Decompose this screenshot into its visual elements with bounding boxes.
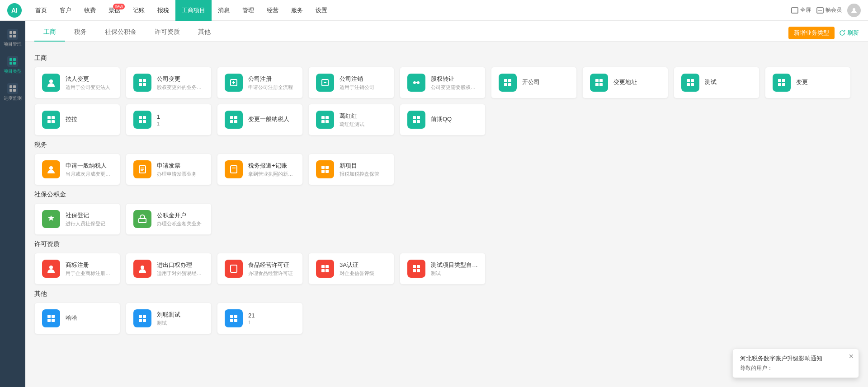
tab-gongshang[interactable]: 工商	[34, 23, 65, 42]
card-kaigongsi[interactable]: 开公司	[491, 67, 577, 98]
card-icon-xk3	[225, 260, 243, 278]
member-btn[interactable]: 畅会员	[816, 6, 842, 14]
card-gszhuxiao[interactable]: 公司注销 适用于注销公司	[308, 67, 394, 98]
shebao-cards: 社保登记 进行人员社保登记 公积金开户 办理公积金相关业务	[34, 203, 859, 235]
nav-bookkeeping[interactable]: 记账	[127, 0, 151, 21]
notification-close-button[interactable]: ✕	[849, 353, 854, 360]
nav-tax[interactable]: 报税	[151, 0, 175, 21]
refresh-button[interactable]: 刷新	[839, 29, 859, 37]
card-icon-1	[133, 111, 151, 129]
svg-point-27	[417, 81, 420, 84]
card-icon-biangeng3	[225, 111, 243, 129]
svg-rect-45	[47, 116, 51, 119]
card-gehonghong[interactable]: 葛红红 葛红红测试	[308, 104, 394, 135]
card-gszhuce[interactable]: 公司注册 申请公司注册全流程	[217, 67, 303, 98]
card-jinchukouquan[interactable]: 进出口权办理 适用于对外贸易经营者	[126, 253, 212, 284]
card-xinxiangmu[interactable]: 新项目 报税加税控盘保管	[308, 154, 394, 185]
svg-rect-80	[321, 265, 325, 268]
avatar-icon	[850, 7, 858, 14]
new-type-button[interactable]: 新增业务类型	[788, 27, 835, 39]
nav-operation[interactable]: 经营	[260, 0, 285, 21]
card-shenqingfapiao[interactable]: 申请发票 办理申请发票业务	[126, 154, 212, 185]
card-21[interactable]: 21 1	[217, 303, 303, 334]
sidebar-item-project-type[interactable]: 项目类型	[0, 51, 25, 79]
svg-rect-5	[13, 31, 16, 34]
tab-other[interactable]: 其他	[189, 23, 220, 42]
qita-cards: 哈哈 刘聪测试 测试 21 1	[34, 303, 859, 334]
svg-rect-79	[231, 265, 237, 272]
card-title: 公积金开户	[157, 211, 204, 219]
new-badge: new	[113, 4, 125, 9]
svg-rect-36	[599, 83, 603, 86]
card-icon-qt1	[42, 309, 60, 327]
notification-popup: ✕ 河北税务数字账户升级影响通知 尊敬的用户：	[732, 349, 859, 378]
svg-rect-95	[143, 319, 146, 322]
svg-rect-62	[417, 116, 420, 119]
card-shipinjingying[interactable]: 食品经营许可证 办理食品经营许可证	[217, 253, 303, 284]
nav-industry[interactable]: 工商项目	[175, 0, 212, 21]
card-shenqingna税[interactable]: 申请一般纳税人 当月或次月成变更完成	[34, 154, 120, 185]
svg-rect-39	[687, 83, 690, 86]
card-shangbiao[interactable]: 商标注册 用于企业商标注册服务	[34, 253, 120, 284]
nav-customer[interactable]: 客户	[53, 0, 78, 21]
card-icon-gszhuxiao	[316, 74, 334, 92]
svg-point-26	[413, 81, 416, 84]
card-guquan[interactable]: 股权转让 公司变更需要股权转让	[400, 67, 486, 98]
nav-home[interactable]: 首页	[29, 0, 53, 21]
card-desc: 测试	[157, 320, 204, 326]
sidebar-item-progress[interactable]: 进度监测	[0, 79, 25, 106]
svg-rect-57	[321, 116, 325, 119]
svg-rect-63	[413, 120, 416, 123]
card-1[interactable]: 1 1	[126, 104, 212, 135]
nav-fee[interactable]: 收费	[78, 0, 102, 21]
fullscreen-btn[interactable]: 全屏	[791, 6, 811, 14]
nav-setting[interactable]: 设置	[309, 0, 334, 21]
svg-rect-43	[778, 83, 781, 86]
nav-ticket[interactable]: 票据 new	[102, 0, 127, 21]
card-biangeng2[interactable]: 变更	[765, 67, 851, 98]
nav-service[interactable]: 服务	[285, 0, 309, 21]
card-desc: 葛红红测试	[340, 121, 387, 128]
card-desc: 拿到营业执照的新公司	[248, 171, 295, 177]
card-liucong[interactable]: 刘聪测试 测试	[126, 303, 212, 334]
nav-manage[interactable]: 管理	[236, 0, 260, 21]
tab-xuke[interactable]: 许可资质	[146, 23, 189, 42]
grid-icon	[9, 31, 16, 38]
card-desc: 1	[157, 121, 204, 126]
card-biangeng-납[interactable]: 变更一般纳税人	[217, 104, 303, 135]
tabs-right: 新增业务类型 刷新	[788, 27, 859, 41]
svg-rect-81	[326, 265, 329, 268]
tab-shuiwu[interactable]: 税务	[65, 23, 96, 42]
card-qianqiQQ[interactable]: 前期QQ	[400, 104, 486, 135]
svg-rect-18	[143, 79, 146, 82]
nav-message[interactable]: 消息	[212, 0, 236, 21]
svg-rect-61	[413, 116, 416, 119]
sidebar-item-project-manage[interactable]: 项目管理	[0, 24, 25, 51]
avatar[interactable]	[847, 4, 861, 17]
card-biangengdizhi[interactable]: 变更地址	[582, 67, 668, 98]
card-title: 公司变更	[157, 75, 204, 83]
card-faziren[interactable]: 法人变更 适用于公司变更法人	[34, 67, 120, 98]
member-icon	[816, 7, 824, 14]
svg-rect-55	[230, 120, 233, 123]
svg-point-16	[49, 79, 53, 83]
svg-rect-85	[417, 265, 420, 268]
svg-rect-30	[508, 79, 511, 82]
card-ceshi[interactable]: 测试	[674, 67, 760, 98]
card-gongjijin[interactable]: 公积金开户 办理公积金相关业务	[126, 203, 212, 235]
svg-rect-73	[326, 166, 329, 169]
card-lala[interactable]: 拉拉	[34, 104, 120, 135]
svg-rect-8	[9, 58, 12, 61]
card-haha[interactable]: 哈哈	[34, 303, 120, 334]
tab-shebao[interactable]: 社保公积金	[96, 23, 146, 42]
card-3arenzheng[interactable]: 3A认证 对企业信誉评级	[308, 253, 394, 284]
card-shebaodengji[interactable]: 社保登记 进行人员社保登记	[34, 203, 120, 235]
card-title: 开公司	[522, 78, 569, 86]
card-gsbiangeng[interactable]: 公司变更 股权变更外的业务变更	[126, 67, 212, 98]
card-shuiwubaodao[interactable]: 税务报道+记账 拿到营业执照的新公司	[217, 154, 303, 185]
svg-rect-96	[230, 315, 233, 318]
card-icon-sb2	[133, 210, 151, 228]
card-ceshixiangmu[interactable]: 测试项目类型自定义 测试	[400, 253, 486, 284]
card-title: 社保登记	[66, 211, 113, 219]
svg-rect-93	[143, 315, 146, 318]
